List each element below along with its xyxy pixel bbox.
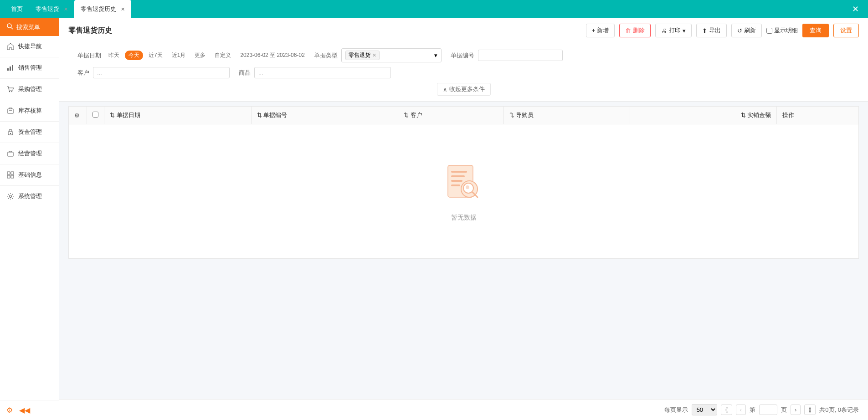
refresh-button[interactable]: ↺ 刷新 bbox=[731, 24, 762, 37]
briefcase-icon bbox=[6, 149, 15, 158]
sidebar-item-sales-mgmt-label: 销售管理 bbox=[18, 64, 42, 72]
filter-area: 单据日期 昨天 今天 近7天 近1月 更多 自定义 2023-06-02 至 2… bbox=[68, 43, 859, 101]
th-guide[interactable]: ⇅ 导购员 bbox=[503, 107, 630, 124]
tab-retail-return-close[interactable]: ✕ bbox=[64, 6, 68, 12]
tab-retail-return-label: 零售退货 bbox=[36, 5, 59, 13]
empty-state: 暂无数据 bbox=[69, 124, 858, 258]
date-btn-7days[interactable]: 近7天 bbox=[145, 51, 166, 60]
date-btn-today[interactable]: 今天 bbox=[125, 51, 143, 60]
svg-rect-15 bbox=[11, 175, 14, 178]
svg-rect-21 bbox=[451, 184, 460, 186]
doc-type-tag-label: 零售退货 bbox=[349, 51, 370, 59]
svg-rect-7 bbox=[8, 109, 13, 113]
th-customer[interactable]: ⇅ 客户 bbox=[398, 107, 503, 124]
th-check[interactable] bbox=[87, 107, 104, 124]
filter-row-1: 单据日期 昨天 今天 近7天 近1月 更多 自定义 2023-06-02 至 2… bbox=[77, 48, 850, 62]
page-unit: 页 bbox=[781, 406, 787, 414]
chart-icon bbox=[6, 64, 15, 72]
sidebar-item-operations-label: 经营管理 bbox=[18, 149, 42, 158]
doc-number-filter: 单据编号 bbox=[451, 50, 563, 61]
page-next-btn[interactable]: › bbox=[791, 405, 801, 415]
svg-rect-14 bbox=[7, 175, 10, 178]
export-button[interactable]: ⬆ 导出 bbox=[696, 24, 727, 37]
doc-type-tag-close[interactable]: ✕ bbox=[372, 52, 376, 58]
search-menu[interactable]: 搜索菜单 bbox=[0, 18, 59, 36]
doc-number-label: 单据编号 bbox=[451, 51, 474, 60]
th-actions-label: 操作 bbox=[782, 112, 794, 118]
tab-retail-return-history-close[interactable]: ✕ bbox=[121, 6, 125, 12]
th-amount-label: ⇅ 实销金额 bbox=[741, 112, 771, 118]
sidebar-item-inventory[interactable]: 库存核算 bbox=[0, 100, 59, 122]
goods-filter: 商品 ... bbox=[239, 67, 391, 78]
svg-rect-4 bbox=[12, 65, 13, 71]
svg-rect-20 bbox=[451, 180, 462, 182]
th-doc-number[interactable]: ⇅ 单据编号 bbox=[251, 107, 398, 124]
table-settings-icon[interactable]: ⚙ bbox=[74, 112, 80, 119]
volume-icon[interactable]: ◀◀ bbox=[19, 406, 30, 415]
sidebar: 搜索菜单 快捷导航 销售管理 采购管理 库存核算 bbox=[0, 18, 59, 420]
sidebar-item-quick-nav[interactable]: 快捷导航 bbox=[0, 36, 59, 57]
lock-icon bbox=[6, 128, 15, 136]
show-detail-checkbox[interactable]: 显示明细 bbox=[766, 26, 798, 35]
collapse-button[interactable]: ∧ 收起更多条件 bbox=[437, 83, 491, 96]
page-last-btn[interactable]: ⟫ bbox=[804, 405, 816, 415]
goods-select[interactable]: ... bbox=[254, 67, 391, 78]
sidebar-item-system-mgmt[interactable]: 系统管理 bbox=[0, 186, 59, 207]
svg-rect-12 bbox=[7, 172, 10, 174]
delete-button[interactable]: 🗑 删除 bbox=[619, 24, 651, 37]
gear-icon bbox=[6, 192, 15, 200]
goods-label: 商品 bbox=[239, 69, 251, 77]
svg-line-1 bbox=[11, 28, 13, 30]
sidebar-item-basic-info[interactable]: 基础信息 bbox=[0, 164, 59, 186]
doc-number-input[interactable] bbox=[478, 50, 563, 61]
th-doc-date[interactable]: ⇅ 单据日期 bbox=[104, 107, 252, 124]
doc-type-dropdown-icon: ▾ bbox=[434, 52, 437, 59]
th-amount[interactable]: ⇅ 实销金额 bbox=[630, 107, 777, 124]
tab-retail-return-history[interactable]: 零售退货历史 ✕ bbox=[74, 0, 131, 18]
refresh-icon: ↺ bbox=[737, 27, 742, 34]
date-range-text: 2023-06-02 至 2023-06-02 bbox=[240, 51, 304, 59]
main-content: 零售退货历史 + 新增 🗑 删除 🖨 打印 ▾ ⬆ 导出 bbox=[59, 18, 868, 420]
delete-icon: 🗑 bbox=[625, 27, 631, 34]
sidebar-item-finance[interactable]: 资金管理 bbox=[0, 122, 59, 143]
customer-select[interactable]: ... bbox=[93, 67, 230, 78]
delete-label: 删除 bbox=[633, 26, 645, 35]
settings-bottom-icon[interactable]: ⚙ bbox=[6, 406, 13, 415]
svg-rect-18 bbox=[451, 171, 467, 173]
tab-home[interactable]: 首页 bbox=[5, 0, 29, 18]
sidebar-item-sales-mgmt[interactable]: 销售管理 bbox=[0, 57, 59, 79]
show-detail-label: 显示明细 bbox=[774, 26, 798, 35]
doc-type-label: 单据类型 bbox=[314, 51, 338, 60]
svg-rect-13 bbox=[11, 172, 14, 174]
export-icon: ⬆ bbox=[702, 27, 707, 34]
box-icon bbox=[6, 107, 15, 115]
svg-rect-11 bbox=[8, 152, 13, 156]
page-number-input[interactable]: 1 bbox=[759, 405, 777, 415]
page-first-btn[interactable]: ⟪ bbox=[721, 405, 732, 415]
print-button[interactable]: 🖨 打印 ▾ bbox=[655, 24, 692, 37]
date-btn-1month[interactable]: 近1月 bbox=[168, 51, 190, 60]
sidebar-item-purchase-mgmt[interactable]: 采购管理 bbox=[0, 79, 59, 100]
empty-text: 暂无数据 bbox=[451, 214, 477, 222]
sidebar-item-basic-info-label: 基础信息 bbox=[18, 171, 42, 179]
sidebar-item-finance-label: 资金管理 bbox=[18, 128, 42, 136]
show-detail-input[interactable] bbox=[766, 28, 772, 34]
date-btn-yesterday[interactable]: 昨天 bbox=[105, 51, 123, 60]
data-table: ⚙ ⇅ 单据日期 ⇅ 单据编号 ⇅ 客户 bbox=[68, 106, 859, 259]
doc-type-select[interactable]: 零售退货 ✕ ▾ bbox=[341, 48, 442, 62]
add-button[interactable]: + 新增 bbox=[586, 24, 615, 37]
th-settings[interactable]: ⚙ bbox=[69, 107, 87, 124]
select-all-checkbox[interactable] bbox=[92, 112, 98, 118]
page-prev-btn[interactable]: ‹ bbox=[736, 405, 746, 415]
filter-row-2: 客户 ... 商品 ... bbox=[77, 67, 850, 78]
date-btn-more[interactable]: 更多 bbox=[191, 51, 209, 60]
collapse-up-icon: ∧ bbox=[443, 86, 447, 93]
settings-button[interactable]: 设置 bbox=[833, 24, 859, 37]
tab-retail-return[interactable]: 零售退货 ✕ bbox=[29, 0, 74, 18]
per-page-select[interactable]: 20 50 100 bbox=[692, 404, 717, 415]
date-btn-custom[interactable]: 自定义 bbox=[211, 51, 235, 60]
sidebar-item-operations[interactable]: 经营管理 bbox=[0, 143, 59, 164]
window-close-btn[interactable]: ✕ bbox=[847, 4, 863, 14]
th-guide-label: ⇅ 导购员 bbox=[509, 112, 534, 118]
query-button[interactable]: 查询 bbox=[802, 24, 829, 37]
